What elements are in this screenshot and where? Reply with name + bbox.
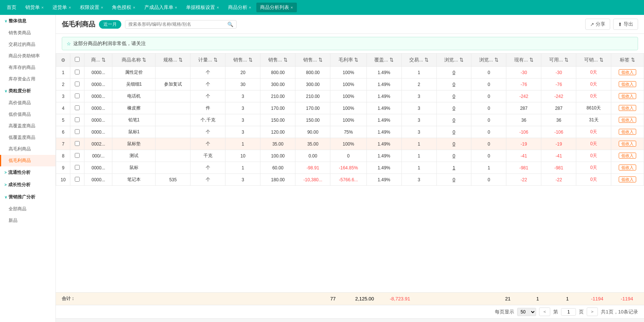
close-icon[interactable]: × [249,5,251,10]
nav-item[interactable]: 商品分析列表× [256,3,297,12]
row-checkbox[interactable] [70,90,84,102]
row-checkbox-input[interactable] [75,82,80,86]
browse-link[interactable]: 0 [452,105,455,111]
table-header-cell: 规格... ⇅ [156,54,190,67]
browse-pc[interactable]: 0 [436,102,471,114]
close-icon[interactable]: × [175,5,177,10]
settings-icon[interactable]: ⚙ [61,57,65,63]
bottom-scrollbar[interactable] [56,318,644,322]
sidebar-item[interactable]: 库存资金占用 [0,73,55,85]
sidebar-item[interactable]: 高价值商品 [0,97,55,109]
product-tag[interactable]: 低收入 [611,126,644,138]
close-icon[interactable]: × [101,5,103,10]
nav-item[interactable]: 单据模板设置× [182,3,222,12]
select-all-checkbox[interactable] [75,57,80,62]
product-tag[interactable]: 低收入 [611,114,644,126]
sidebar-group-title[interactable]: > 成长性分析 [0,179,55,191]
browse-link[interactable]: 0 [452,129,455,135]
product-tag[interactable]: 低收入 [611,174,644,186]
sidebar-group-title[interactable]: > 流通性分析 [0,166,55,179]
nav-item[interactable]: 权限设置× [76,3,107,12]
browse-link[interactable]: 0 [452,177,455,182]
product-tag[interactable]: 低收入 [611,162,644,174]
browse-pc[interactable]: 0 [436,79,471,90]
product-tag[interactable]: 低收入 [611,150,644,162]
sidebar-item[interactable]: 低覆盖度商品 [0,132,55,143]
browse-pc[interactable]: 0 [436,114,471,126]
close-icon[interactable]: × [68,5,71,10]
browse-link[interactable]: 0 [452,82,455,87]
sidebar-item[interactable]: 新品 [0,215,55,226]
close-icon[interactable]: × [41,5,44,10]
product-tag[interactable]: 低收入 [611,79,644,90]
per-page-select[interactable]: 50 20 100 [517,308,536,316]
row-checkbox[interactable] [70,162,84,174]
sales-qty: 3 [225,126,260,138]
row-checkbox-input[interactable] [75,93,80,98]
page-number-input[interactable] [561,308,576,316]
browse-link[interactable]: 0 [452,93,455,99]
close-icon[interactable]: × [217,5,219,10]
browse-link[interactable]: 1 [452,165,455,170]
sidebar-item[interactable]: 低毛利商品 [0,155,55,166]
nav-item[interactable]: 销货单× [22,3,47,12]
product-tag[interactable]: 低收入 [611,67,644,79]
row-checkbox[interactable] [70,126,84,138]
sidebar-group-title[interactable]: ∨ 整体信息 [0,15,55,27]
browse-pc[interactable]: 0 [436,138,471,150]
browse-pc[interactable]: 0 [436,174,471,186]
browse-link[interactable]: 0 [452,70,455,75]
row-checkbox-input[interactable] [75,165,80,170]
share-button[interactable]: ↗ 分享 [585,19,610,30]
sidebar-item[interactable]: 商品分类助销率 [0,50,55,62]
close-icon[interactable]: × [133,5,135,10]
product-tag[interactable]: 低收入 [611,90,644,102]
row-checkbox-input[interactable] [75,153,80,158]
product-tag[interactable]: 低收入 [611,102,644,114]
nav-item[interactable]: 商品分析× [224,3,255,12]
sidebar-item[interactable]: 全部商品 [0,203,55,215]
search-input[interactable] [128,22,226,27]
row-checkbox-input[interactable] [75,117,80,122]
row-checkbox-input[interactable] [75,177,80,182]
gross-rate: 75% [330,126,366,138]
browse-pc[interactable]: 0 [436,67,471,79]
sidebar-item[interactable]: 交易过的商品 [0,39,55,50]
row-checkbox[interactable] [70,138,84,150]
browse-link[interactable]: 0 [452,117,455,123]
row-checkbox[interactable] [70,114,84,126]
browse-link[interactable]: 0 [452,141,455,147]
row-checkbox[interactable] [70,150,84,162]
row-checkbox[interactable] [70,67,84,79]
prev-page-button[interactable]: ＜ [539,307,550,316]
sidebar-item[interactable]: 有库存的商品 [0,62,55,73]
browse-pc[interactable]: 1 [436,162,471,174]
row-checkbox[interactable] [70,174,84,186]
sidebar-group-title[interactable]: ∨ 营销推广分析 [0,191,55,203]
product-tag[interactable]: 低收入 [611,138,644,150]
nav-item[interactable]: 进货单× [49,3,74,12]
sidebar-item[interactable]: 低价值商品 [0,109,55,120]
row-checkbox-input[interactable] [75,141,80,146]
next-page-button[interactable]: ＞ [587,307,598,316]
close-icon[interactable]: × [291,5,293,10]
row-checkbox[interactable] [70,79,84,90]
period-button[interactable]: 近一月 [99,20,121,29]
sidebar-group-title[interactable]: ∨ 类粒度分析 [0,85,55,97]
nav-item[interactable]: 产成品入库单× [141,3,181,12]
row-checkbox-input[interactable] [75,70,80,74]
browse-link[interactable]: 0 [452,153,455,159]
row-checkbox[interactable] [70,102,84,114]
sidebar-item[interactable]: 销售类商品 [0,27,55,39]
browse-pc[interactable]: 0 [436,90,471,102]
row-checkbox-input[interactable] [75,105,80,110]
nav-item[interactable]: 首页 [3,3,20,12]
nav-item[interactable]: 角色授权× [108,3,139,12]
sidebar-item[interactable]: 高覆盖度商品 [0,120,55,132]
data-table-wrapper[interactable]: ⚙商... ⇅商品名称 ⇅规格... ⇅计量... ⇅销售... ⇅销售... … [56,53,644,292]
row-checkbox-input[interactable] [75,129,80,134]
sidebar-item[interactable]: 高毛利商品 [0,143,55,155]
browse-pc[interactable]: 0 [436,126,471,138]
browse-pc[interactable]: 0 [436,150,471,162]
export-button[interactable]: ⬆ 导出 [613,19,638,30]
